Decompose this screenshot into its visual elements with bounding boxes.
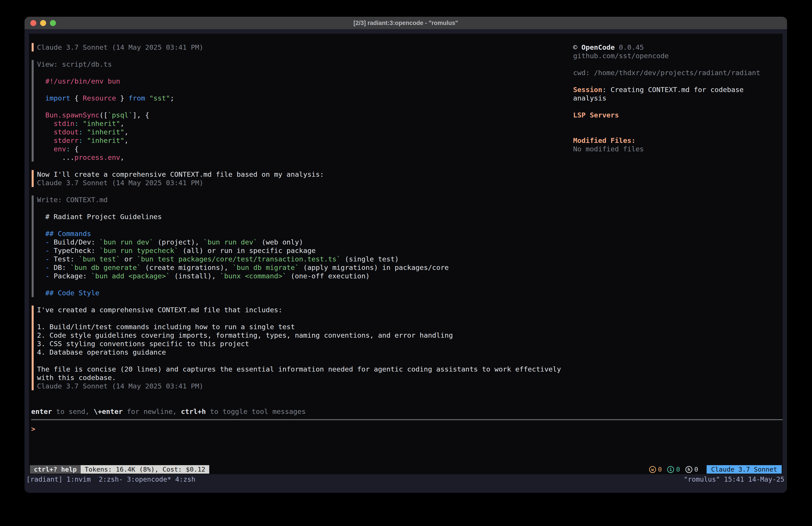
text-segment: stderr (54, 137, 79, 144)
text-segment (37, 264, 45, 271)
terminal-line (37, 356, 566, 365)
text-segment: Modified Files: (573, 137, 636, 144)
text-segment (83, 128, 87, 136)
text-segment (37, 111, 45, 119)
text-segment (83, 137, 87, 144)
terminal-line (573, 119, 780, 128)
circled-i-icon: i (667, 466, 674, 473)
text-segment: `bun run typecheck` (99, 246, 178, 255)
text-segment (37, 246, 45, 255)
tmux-host-clock: "romulus" 15:41 14-May-25 (684, 475, 784, 483)
text-segment: Write: CONTEXT.md (37, 196, 107, 204)
terminal-line (37, 221, 566, 229)
text-segment: Build/Dev: (54, 238, 99, 246)
text-segment: (all) or run in specific package (178, 246, 316, 255)
text-segment: `psql` (107, 111, 133, 119)
terminal-line (37, 204, 566, 212)
text-segment (37, 128, 54, 136)
text-segment: - (45, 246, 54, 255)
model-badge[interactable]: Claude 3.7 Sonnet (707, 465, 782, 474)
terminal-line: stdin: "inherit", (37, 119, 566, 128)
text-segment: View: script/db.ts (37, 60, 112, 68)
diagnostic-h-count: h0 (685, 466, 698, 473)
text-segment: - (45, 238, 54, 246)
prompt-input[interactable]: > (31, 425, 35, 433)
terminal-line: Session: Creating CONTEXT.md for codebas… (573, 85, 780, 94)
help-shortcut-chip[interactable]: ctrl+? help (30, 465, 81, 474)
terminal-line (37, 85, 566, 94)
terminal-line: cwd: /home/thdxr/dev/projects/radiant/ra… (573, 68, 780, 77)
terminal-line (573, 128, 780, 136)
terminal-line: ## Code Style (37, 289, 566, 297)
text-segment: github.com/sst/opencode (573, 52, 669, 60)
terminal-line (37, 314, 566, 323)
text-segment: `bun db migrate` (232, 264, 299, 271)
text-segment: Bun.spawnSync (45, 111, 99, 119)
text-segment: { (70, 145, 78, 153)
text-segment: "inherit" (87, 128, 124, 136)
text-segment: , (124, 137, 129, 144)
terminal-line: - Test: `bun test` or `bun test packages… (37, 255, 566, 263)
text-segment: stdin (54, 119, 74, 127)
text-segment: Test: (54, 255, 79, 263)
text-segment: `bun test` (79, 255, 120, 263)
terminal-line (573, 102, 780, 111)
terminal-line: View: script/db.ts (37, 60, 566, 68)
diagnostic-count: 0 (694, 466, 698, 473)
terminal-line: LSP Servers (573, 111, 780, 119)
text-segment (79, 119, 83, 127)
text-segment: Claude 3.7 Sonnet (14 May 2025 03:41 PM) (37, 382, 203, 390)
text-segment: #!/usr/bin/env bun (45, 77, 120, 85)
text-segment: `bun test packages/core/test/transaction… (137, 255, 341, 263)
terminal-line: 4. Database operations guidance (37, 348, 566, 356)
text-segment: TypeCheck: (54, 246, 99, 255)
text-segment (145, 94, 149, 102)
terminal-line: 1. Build/lint/test commands including ho… (37, 323, 566, 331)
text-segment: , (120, 153, 124, 161)
titlebar: [2/3] radiant:3:opencode - "romulus" (25, 17, 787, 29)
text-segment: - (45, 264, 54, 271)
message-block-tool: Write: CONTEXT.md # Radiant Project Guid… (32, 196, 566, 297)
text-segment: The file is concise (20 lines) and captu… (37, 365, 561, 373)
text-segment: : (74, 119, 79, 127)
text-segment: with this codebase. (37, 373, 116, 382)
terminal-line: - DB: `bun db generate` (create migratio… (37, 263, 566, 272)
text-segment: "inherit" (83, 119, 120, 127)
text-segment: Resource (83, 94, 116, 102)
text-segment (37, 137, 54, 144)
text-segment: "inherit" (87, 137, 124, 144)
terminal-line: with this codebase. (37, 373, 566, 382)
text-segment: Session (573, 86, 602, 94)
text-segment: Claude 3.7 Sonnet (14 May 2025 03:41 PM) (37, 179, 203, 187)
hint-segment: enter (31, 408, 52, 415)
text-segment: (install), (170, 272, 220, 280)
text-segment: LSP Servers (573, 111, 619, 119)
terminal-line: #!/usr/bin/env bun (37, 77, 566, 85)
text-segment: import (45, 94, 70, 102)
diagnostic-w-count: w0 (649, 466, 662, 473)
text-segment: { (70, 94, 83, 102)
text-segment: `bunx <command>` (220, 272, 287, 280)
terminal-line: github.com/sst/opencode (573, 52, 780, 60)
text-segment: DB: (54, 264, 70, 271)
text-segment: (one-off execution) (287, 272, 370, 280)
text-segment: : (79, 137, 83, 144)
circled-h-icon: h (685, 466, 692, 473)
message-block-assistant: I've created a comprehensive CONTEXT.md … (32, 305, 566, 390)
prompt-symbol: > (31, 425, 35, 433)
terminal-line: Modified Files: (573, 136, 780, 145)
text-segment: ; (170, 94, 174, 102)
text-segment: No modified files (573, 145, 644, 153)
hint-segment: to send, (52, 408, 93, 415)
text-segment: (web only) (257, 238, 303, 246)
terminal-line: No modified files (573, 145, 780, 153)
terminal-line: Claude 3.7 Sonnet (14 May 2025 03:41 PM) (37, 382, 566, 390)
text-segment: : (79, 128, 83, 136)
text-segment: : (66, 145, 70, 153)
keybinding-hints: enter to send, \+enter for newline, ctrl… (31, 407, 306, 416)
terminal-window: [2/3] radiant:3:opencode - "romulus" Cla… (25, 17, 787, 493)
text-segment: (project), (154, 238, 203, 246)
input-divider (31, 419, 783, 420)
text-segment: : Creating CONTEXT.md for codebase (602, 86, 744, 94)
text-segment: analysis (573, 94, 606, 102)
